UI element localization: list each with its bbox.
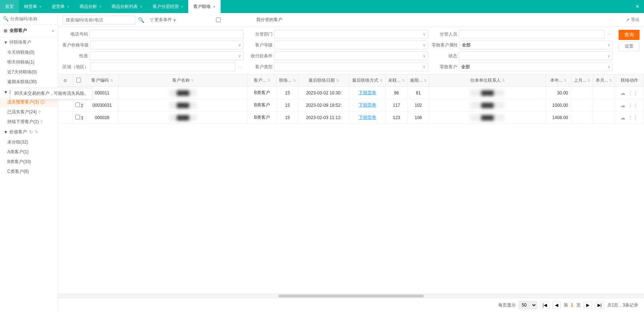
settings-button[interactable]: 设置 bbox=[619, 41, 640, 51]
col-contact-header[interactable]: 联络... bbox=[277, 74, 298, 87]
col-thismonth-header[interactable]: 本月... bbox=[593, 74, 615, 87]
search-input[interactable] bbox=[63, 16, 135, 24]
action-cloud-icon[interactable]: ☁ bbox=[620, 90, 625, 96]
customer-tier-select[interactable] bbox=[274, 41, 428, 49]
sidebar-item-churned[interactable]: 已流失客户(24) ? bbox=[0, 107, 58, 117]
nav-customer-contact-close[interactable]: × bbox=[213, 4, 215, 9]
row-checkbox[interactable] bbox=[75, 102, 80, 107]
prev-page-button[interactable]: ◀ bbox=[552, 301, 561, 309]
nature-select[interactable] bbox=[89, 52, 243, 60]
sidebar-item-class-c[interactable]: C类客户(6) bbox=[0, 167, 58, 177]
row-checkbox[interactable] bbox=[75, 115, 80, 119]
nav-customer-tier-close[interactable]: × bbox=[181, 4, 183, 9]
col-year-header[interactable]: 本年... bbox=[546, 74, 571, 87]
query-button[interactable]: 查询 bbox=[619, 30, 640, 40]
nav-analysis-label: 商品分析 bbox=[80, 4, 97, 10]
status-select[interactable] bbox=[459, 52, 613, 60]
nav-analysis[interactable]: 商品分析 × bbox=[75, 0, 106, 13]
filter-row-1: 电话号码 分管部门 ∨ 分管人员 bbox=[63, 30, 613, 39]
row-code: 000026 bbox=[86, 112, 118, 124]
page-suffix: 页 bbox=[576, 302, 581, 308]
action-grid-icon[interactable]: ⋮⋮ bbox=[628, 102, 638, 108]
filter-row-4: 区域（地区） ··· 客户类型 ∨ 零散客户 bbox=[63, 62, 613, 71]
filter-status: 状态 ∨ bbox=[432, 52, 613, 60]
manager-more-icon[interactable]: ··· bbox=[606, 32, 613, 37]
col-method-header[interactable]: 最后联络方式 bbox=[349, 74, 386, 87]
row-name: ████ bbox=[118, 87, 247, 99]
price-tier-select[interactable] bbox=[90, 41, 243, 49]
region-label: 区域（地区） bbox=[63, 64, 89, 70]
col-lastmonth-header[interactable]: 上月... bbox=[571, 74, 593, 87]
nav-purchase[interactable]: 进货单 × bbox=[47, 0, 74, 13]
manager-label: 分管人员 bbox=[432, 31, 457, 37]
nav-analysis-close[interactable]: × bbox=[99, 4, 101, 9]
row-liaison: ████ bbox=[429, 112, 546, 124]
zero-attr-select[interactable]: 全部 bbox=[459, 41, 613, 49]
column-settings-icon[interactable]: ⚙ bbox=[63, 78, 67, 83]
region-input[interactable] bbox=[90, 62, 236, 71]
sidebar-item-ungroup[interactable]: 未分组(32) bbox=[0, 137, 58, 147]
col-liaison-header[interactable]: 往来单位联系人 bbox=[429, 74, 546, 87]
nav-sales[interactable]: 销货单 × bbox=[19, 0, 47, 13]
nav-purchase-close[interactable]: × bbox=[67, 4, 69, 9]
nav-sales-close[interactable]: × bbox=[39, 4, 41, 9]
region-more-icon[interactable]: ··· bbox=[237, 64, 243, 69]
export-button[interactable]: ↗ 导出 bbox=[626, 17, 640, 23]
action-grid-icon[interactable]: ⋮⋮ bbox=[628, 90, 638, 96]
col-uncontact-header[interactable]: 未联... bbox=[386, 74, 407, 87]
phone-input[interactable] bbox=[89, 30, 243, 39]
my-customers-checkbox-label[interactable]: 我分管的客户 bbox=[182, 17, 282, 23]
next-page-button[interactable]: ▶ bbox=[584, 301, 592, 309]
last-page-button[interactable]: ▶| bbox=[595, 301, 604, 309]
manager-input[interactable] bbox=[459, 30, 605, 39]
action-grid-icon[interactable]: ⋮⋮ bbox=[628, 115, 638, 121]
sidebar-group-value[interactable]: ▼ 价值客户 ↻ ✎ bbox=[0, 127, 58, 137]
row-last-month bbox=[571, 112, 593, 124]
search-button[interactable]: 🔍 bbox=[138, 17, 144, 23]
my-customers-checkbox[interactable] bbox=[182, 17, 255, 22]
col-name-header[interactable]: 客户名称 bbox=[118, 74, 247, 87]
sidebar-item-class-a[interactable]: A类客户(1) bbox=[0, 147, 58, 157]
status-select-wrap: ∨ bbox=[459, 52, 613, 60]
zero-customer-select[interactable]: 全部 bbox=[459, 62, 613, 71]
sidebar-collapse-btn[interactable]: « bbox=[52, 28, 54, 33]
first-page-button[interactable]: |◀ bbox=[540, 301, 550, 309]
nav-analysis-list-close[interactable]: × bbox=[140, 4, 142, 9]
col-type-header[interactable]: 客户... bbox=[247, 74, 277, 87]
page-size-select[interactable]: 50 10 20 100 bbox=[519, 301, 537, 309]
nav-analysis-list[interactable]: 商品分析列表 × bbox=[106, 0, 147, 13]
row-overdue: 108 bbox=[407, 112, 429, 124]
sidebar-item-7days[interactable]: 近7天待联络(0) bbox=[0, 67, 58, 77]
nav-customer-tier[interactable]: 客户分层经营 × bbox=[148, 0, 188, 13]
value-refresh-icon[interactable]: ↻ bbox=[29, 129, 33, 135]
horizontal-scrollbar[interactable] bbox=[58, 293, 644, 298]
payment-select[interactable] bbox=[274, 52, 428, 60]
scroll-thumb[interactable] bbox=[278, 295, 424, 297]
nav-home[interactable]: 首页 bbox=[0, 0, 19, 13]
row-liaison: ████ bbox=[429, 99, 546, 112]
nav-customer-contact[interactable]: 客户联络 × bbox=[188, 0, 220, 13]
window-close-button[interactable]: × bbox=[631, 0, 644, 13]
col-date-header[interactable]: 最后联络日期 bbox=[298, 74, 349, 87]
action-cloud-icon[interactable]: ☁ bbox=[620, 115, 625, 121]
sidebar-item-overdue[interactable]: 逾期未联络(30) bbox=[0, 77, 58, 87]
more-conditions-button[interactable]: ▽ 更多条件 ∨ bbox=[147, 15, 179, 24]
col-code-header[interactable]: 客户编码 bbox=[86, 74, 118, 87]
sidebar-group-pending[interactable]: ▼ 待联络客户 bbox=[0, 37, 58, 48]
sidebar-item-tomorrow[interactable]: 明天待联络(1) bbox=[0, 57, 58, 67]
sidebar-item-today[interactable]: 今天待联络(0) bbox=[0, 48, 58, 57]
customer-type-select[interactable] bbox=[274, 62, 428, 71]
row-action: ☁ ⋮⋮ bbox=[615, 112, 644, 124]
sidebar-all-customers[interactable]: ⊞ 全部客户 « bbox=[0, 25, 58, 37]
select-all-checkbox[interactable] bbox=[76, 78, 81, 82]
dept-select[interactable] bbox=[274, 30, 428, 39]
filter-customer-type: 客户类型 ∨ bbox=[247, 62, 428, 71]
sidebar-item-declining[interactable]: 持续下滑客户(2) ? bbox=[0, 117, 58, 127]
value-edit-icon[interactable]: ✎ bbox=[35, 129, 39, 135]
row-last-method: 下销货单 bbox=[349, 112, 386, 124]
sidebar-item-class-b[interactable]: B类客户(33) bbox=[0, 157, 58, 167]
filter-payment: 收付款条件 ∨ bbox=[247, 52, 428, 60]
sidebar-search-input[interactable] bbox=[10, 16, 55, 21]
col-overdue-header[interactable]: 逾期... bbox=[407, 74, 429, 87]
action-cloud-icon[interactable]: ☁ bbox=[620, 102, 625, 108]
